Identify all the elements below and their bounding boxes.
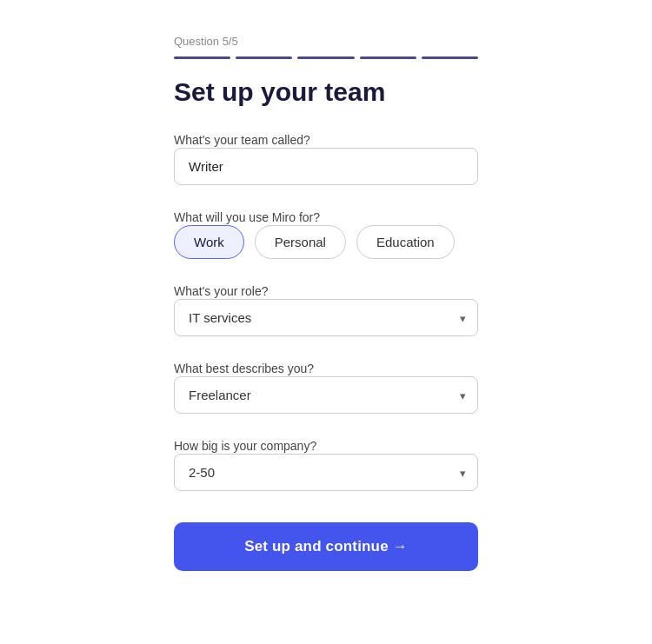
company-size-select[interactable]: 1 2-50 51-200 201-1000 1000+ [174, 454, 478, 491]
use-for-group: What will you use Miro for? Work Persona… [174, 209, 478, 280]
progress-segment-3 [297, 56, 354, 59]
role-group: What's your role? IT services Design Eng… [174, 283, 478, 357]
use-for-label: What will you use Miro for? [174, 210, 320, 224]
submit-button[interactable]: Set up and continue → [174, 522, 478, 571]
question-label: Question 5/5 [174, 35, 478, 48]
progress-bar [174, 56, 478, 59]
describes-dropdown-wrapper: Freelancer Employee Student Other ▾ [174, 376, 478, 414]
describes-select[interactable]: Freelancer Employee Student Other [174, 376, 478, 414]
company-size-label: How big is your company? [174, 439, 316, 453]
form-container: Question 5/5 Set up your team What's you… [174, 35, 478, 609]
team-name-group: What's your team called? [174, 132, 478, 206]
progress-segment-4 [360, 56, 416, 59]
use-for-options: Work Personal Education [174, 225, 478, 259]
progress-segment-5 [422, 56, 478, 59]
company-size-dropdown-wrapper: 1 2-50 51-200 201-1000 1000+ ▾ [174, 454, 478, 491]
role-select[interactable]: IT services Design Engineering Marketing… [174, 299, 478, 336]
progress-segment-2 [236, 56, 292, 59]
role-label: What's your role? [174, 284, 269, 298]
role-dropdown-wrapper: IT services Design Engineering Marketing… [174, 299, 478, 336]
page-container: Question 5/5 Set up your team What's you… [0, 0, 652, 644]
page-title: Set up your team [174, 76, 478, 108]
use-for-personal[interactable]: Personal [255, 225, 346, 259]
team-name-input[interactable] [174, 148, 478, 185]
progress-segment-1 [174, 56, 230, 59]
team-name-label: What's your team called? [174, 133, 310, 147]
describes-group: What best describes you? Freelancer Empl… [174, 361, 478, 435]
use-for-work[interactable]: Work [174, 225, 244, 259]
describes-label: What best describes you? [174, 362, 314, 375]
use-for-education[interactable]: Education [356, 225, 455, 259]
company-size-group: How big is your company? 1 2-50 51-200 2… [174, 438, 478, 512]
